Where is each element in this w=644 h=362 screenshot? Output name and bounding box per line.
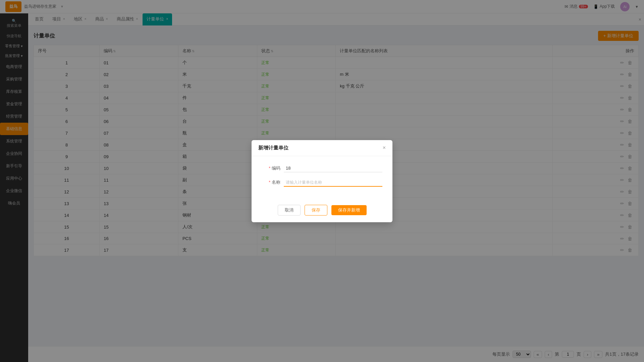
name-label: 名称 (262, 179, 280, 185)
name-form-row: 名称 (262, 178, 382, 187)
add-unit-modal: 新增计量单位 × 编码 名称 取消 保存 保存并新增 (252, 140, 392, 222)
save-button[interactable]: 保存 (305, 205, 327, 216)
save-and-new-button[interactable]: 保存并新增 (331, 205, 367, 215)
code-input[interactable] (284, 164, 382, 172)
modal-close-button[interactable]: × (383, 145, 386, 151)
modal-header: 新增计量单位 × (252, 140, 392, 156)
cancel-button[interactable]: 取消 (278, 205, 301, 216)
modal-title: 新增计量单位 (258, 145, 288, 151)
name-input[interactable] (284, 178, 382, 187)
code-form-row: 编码 (262, 164, 382, 172)
modal-overlay[interactable]: 新增计量单位 × 编码 名称 取消 保存 保存并新增 (0, 0, 644, 362)
code-label: 编码 (262, 165, 280, 171)
modal-footer: 取消 保存 保存并新增 (252, 201, 392, 222)
modal-body: 编码 名称 (252, 156, 392, 201)
